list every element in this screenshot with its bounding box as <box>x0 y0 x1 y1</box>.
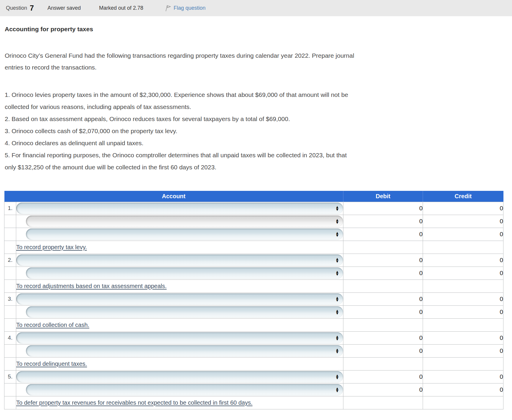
select-spinner-icon: ▲▼ <box>336 257 338 263</box>
credit-input[interactable]: 0 <box>423 331 503 344</box>
question-body: Accounting for property taxes Orinoco Ci… <box>0 26 512 409</box>
debit-input[interactable]: 0 <box>343 383 423 396</box>
credit-input[interactable]: 0 <box>423 254 503 267</box>
entry-number: 2. <box>4 254 16 267</box>
entry-note: To record property tax levy. <box>16 241 343 254</box>
empty-debit-cell <box>343 241 423 254</box>
account-select[interactable]: ▲▼ <box>16 371 343 383</box>
debit-input[interactable]: 0 <box>343 228 423 241</box>
account-cell: ▲▼ <box>16 370 343 383</box>
debit-input[interactable]: 0 <box>343 202 423 215</box>
select-spinner-icon: ▲▼ <box>336 296 338 302</box>
empty-credit-cell <box>423 280 503 292</box>
journal-line-row: ▲▼00 <box>4 383 503 396</box>
empty-credit-cell <box>423 318 503 331</box>
entry-number-empty <box>4 318 16 331</box>
journal-line-row: ▲▼00 <box>4 344 503 357</box>
credit-input[interactable]: 0 <box>423 215 503 228</box>
journal-line-row: ▲▼00 <box>4 228 503 241</box>
credit-input[interactable]: 0 <box>423 383 503 396</box>
select-spinner-icon: ▲▼ <box>336 374 338 379</box>
credit-input[interactable]: 0 <box>423 228 503 241</box>
account-select[interactable]: ▲▼ <box>26 306 343 318</box>
flag-question-link[interactable]: Flag question <box>164 5 205 12</box>
account-select[interactable]: ▲▼ <box>16 254 343 266</box>
credit-input[interactable]: 0 <box>423 202 503 215</box>
journal-line-row: 5.▲▼00 <box>4 370 503 383</box>
debit-input[interactable]: 0 <box>343 254 423 267</box>
transaction-item-4: 4. Orinoco declares as delinquent all un… <box>5 137 465 149</box>
journal-line-row: 4.▲▼00 <box>4 331 503 344</box>
transaction-item-2: 2. Based on tax assessment appeals, Orin… <box>5 113 465 125</box>
account-cell: ▲▼ <box>16 228 343 241</box>
entry-note: To record adjustments based on tax asses… <box>16 280 343 292</box>
journal-note-row: To record adjustments based on tax asses… <box>4 280 503 292</box>
table-header-row: Account Debit Credit <box>4 191 503 202</box>
entry-number <box>4 344 16 357</box>
empty-debit-cell <box>343 357 423 370</box>
debit-input[interactable]: 0 <box>343 370 423 383</box>
account-select[interactable]: ▲▼ <box>26 229 343 240</box>
transaction-item-3: 3. Orinoco collects cash of $2,070,000 o… <box>5 125 465 137</box>
entry-number: 4. <box>4 331 16 344</box>
account-cell: ▲▼ <box>16 215 343 228</box>
question-info-bar: Question 7 Answer saved Marked out of 2.… <box>0 0 512 16</box>
flag-question-label: Flag question <box>174 5 205 11</box>
credit-input[interactable]: 0 <box>423 370 503 383</box>
journal-note-row: To defer property tax revenues for recei… <box>4 396 503 409</box>
entry-number <box>4 228 16 241</box>
select-spinner-icon: ▲▼ <box>336 232 338 237</box>
journal-note-row: To record collection of cash. <box>4 318 503 331</box>
entry-number-empty <box>4 396 16 409</box>
credit-input[interactable]: 0 <box>423 292 503 305</box>
journal-entry-table: Account Debit Credit 1.▲▼00▲▼00▲▼00To re… <box>4 191 503 409</box>
journal-line-row: ▲▼00 <box>4 305 503 318</box>
entry-number <box>4 267 16 280</box>
entry-number: 5. <box>4 370 16 383</box>
account-select[interactable]: ▲▼ <box>26 384 343 396</box>
account-select[interactable]: ▲▼ <box>16 293 343 305</box>
empty-credit-cell <box>423 396 503 409</box>
select-spinner-icon: ▲▼ <box>336 348 338 353</box>
debit-input[interactable]: 0 <box>343 267 423 280</box>
select-spinner-icon: ▲▼ <box>336 387 338 392</box>
transaction-item-1: 1. Orinoco levies property taxes in the … <box>5 89 465 113</box>
entry-note: To record delinquent taxes. <box>16 357 343 370</box>
account-cell: ▲▼ <box>16 292 343 305</box>
empty-credit-cell <box>423 241 503 254</box>
marked-out-of: Marked out of 2.78 <box>99 5 143 11</box>
journal-note-row: To record property tax levy. <box>4 241 503 254</box>
account-select[interactable]: ▲▼ <box>16 332 343 344</box>
account-select[interactable]: ▲▼ <box>26 267 343 279</box>
account-select[interactable]: ▲▼ <box>16 203 343 214</box>
debit-input[interactable]: 0 <box>343 305 423 318</box>
debit-column-header: Debit <box>343 191 423 202</box>
debit-input[interactable]: 0 <box>343 331 423 344</box>
journal-table-body: 1.▲▼00▲▼00▲▼00To record property tax lev… <box>4 202 503 409</box>
credit-column-header: Credit <box>423 191 503 202</box>
entry-note: To defer property tax revenues for recei… <box>16 396 343 409</box>
journal-note-row: To record delinquent taxes. <box>4 357 503 370</box>
credit-input[interactable]: 0 <box>423 267 503 280</box>
question-label: Question <box>6 5 27 11</box>
entry-number: 1. <box>4 202 16 215</box>
entry-number: 3. <box>4 292 16 305</box>
question-title: Accounting for property taxes <box>5 26 512 33</box>
journal-line-row: 1.▲▼00 <box>4 202 503 215</box>
answer-saved-status: Answer saved <box>47 5 81 11</box>
entry-number-empty <box>4 280 16 292</box>
debit-input[interactable]: 0 <box>343 344 423 357</box>
account-cell: ▲▼ <box>16 383 343 396</box>
debit-input[interactable]: 0 <box>343 292 423 305</box>
credit-input[interactable]: 0 <box>423 344 503 357</box>
account-select[interactable]: ▲▼ <box>26 345 343 357</box>
entry-number <box>4 383 16 396</box>
debit-input[interactable]: 0 <box>343 215 423 228</box>
flag-icon <box>164 5 171 12</box>
journal-line-row: 3.▲▼00 <box>4 292 503 305</box>
account-column-header: Account <box>4 191 343 202</box>
credit-input[interactable]: 0 <box>423 305 503 318</box>
empty-debit-cell <box>343 318 423 331</box>
select-spinner-icon: ▲▼ <box>336 270 338 276</box>
account-select[interactable]: ▲▼ <box>26 216 343 227</box>
